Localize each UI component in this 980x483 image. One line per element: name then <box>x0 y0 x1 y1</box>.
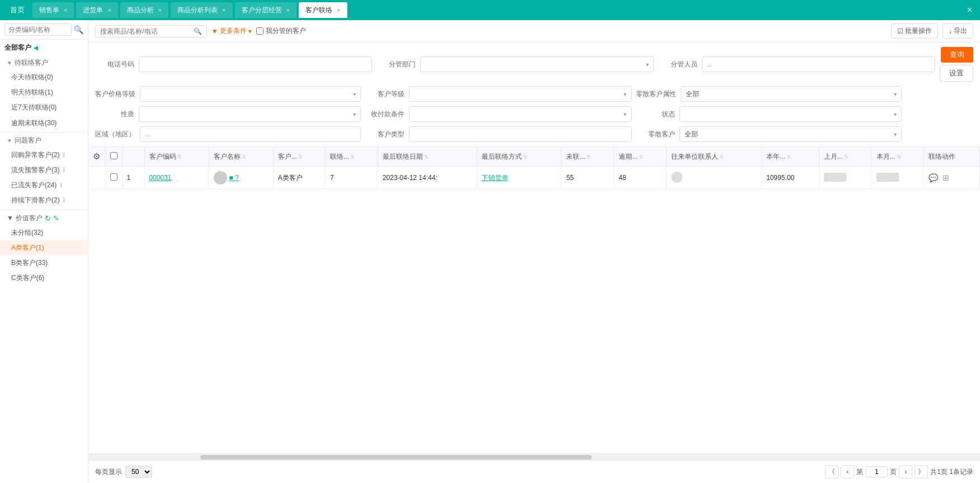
col-last-date-sort[interactable]: ⇅ <box>424 154 428 160</box>
sidebar-item-repurchase[interactable]: 回购异常客户(2) ℹ <box>0 148 88 163</box>
tab-customer-tier[interactable]: 客户分层经营 × <box>235 2 296 18</box>
settings-gear-icon[interactable]: ⚙ <box>93 151 100 161</box>
first-page-button[interactable]: 《 <box>825 465 838 479</box>
filter-select-customer-type[interactable] <box>409 126 631 142</box>
tab-sales[interactable]: 销售单 × <box>32 2 74 18</box>
filter-input-region[interactable]: ... <box>140 126 361 142</box>
sidebar-item-class-b[interactable]: B类客户(33) <box>0 255 88 271</box>
sidebar-item-unclassified[interactable]: 未分组(32) <box>0 225 88 240</box>
filter-select-payment[interactable]: ▾ <box>409 106 631 122</box>
value-refresh-icon[interactable]: ↻ <box>45 214 51 222</box>
sidebar-search-icon[interactable]: 🔍 <box>74 25 83 34</box>
my-customers-checkbox[interactable] <box>256 27 263 35</box>
tab-purchase-close[interactable]: × <box>107 7 111 13</box>
sidebar-item-tomorrow[interactable]: 明天待联络(1) <box>0 85 88 100</box>
filter-search-input[interactable] <box>100 27 191 35</box>
tab-customer-contact-close[interactable]: × <box>337 7 340 13</box>
filter-select-customer-level[interactable]: ▾ <box>409 86 631 102</box>
tab-customer-tier-close[interactable]: × <box>286 7 290 13</box>
page-number-input[interactable] <box>865 466 888 477</box>
sidebar-all-customers[interactable]: 全部客户 ◀ <box>0 40 88 56</box>
col-unit-contact-sort[interactable]: ⇅ <box>719 154 724 160</box>
col-last-method[interactable]: 最后联络方式⇅ <box>477 147 562 167</box>
tab-purchase[interactable]: 进货单 × <box>76 2 117 18</box>
batch-operation-button[interactable]: ☑ 批量操作 <box>891 23 938 39</box>
filter-input-phone[interactable] <box>139 56 372 72</box>
customer-code-link[interactable]: 000031 <box>149 174 172 182</box>
value-edit-icon[interactable]: ✎ <box>53 214 59 222</box>
filter-select-price-level[interactable]: ▾ <box>140 86 361 102</box>
last-method-link[interactable]: 下销货单 <box>482 174 508 182</box>
col-overdue-sort[interactable]: ⇅ <box>639 154 643 160</box>
col-name[interactable]: 客户名称⇅ <box>209 147 273 167</box>
sidebar-search-input[interactable] <box>4 23 72 36</box>
next-page-button[interactable]: › <box>899 465 912 479</box>
col-code-sort[interactable]: ⇅ <box>177 154 182 160</box>
query-button[interactable]: 查询 <box>941 47 973 63</box>
settings-button[interactable]: 设置 <box>940 65 973 82</box>
col-unit-contact[interactable]: 往来单位联系人⇅ <box>666 147 761 167</box>
col-name-sort[interactable]: ⇅ <box>242 154 246 160</box>
filter-select-retail-attr[interactable]: 全部 ▾ <box>681 86 902 102</box>
sidebar-pending-group[interactable]: ▼ 待联络客户 <box>0 56 88 70</box>
tab-product-list[interactable]: 商品分析列表 × <box>171 2 232 18</box>
filter-my-customers[interactable]: 我分管的客户 <box>256 26 306 36</box>
sidebar-item-declining[interactable]: 持续下滑客户(2) ℹ <box>0 193 88 208</box>
sidebar-problem-group[interactable]: ▼ 问题客户 <box>0 134 88 148</box>
export-button[interactable]: ↓ 导出 <box>943 23 973 39</box>
select-all-checkbox[interactable] <box>110 152 117 159</box>
chat-icon[interactable]: 💬 <box>929 173 938 182</box>
sidebar-item-lost[interactable]: 已流失客户(24) ℹ <box>0 178 88 193</box>
col-not-contacted[interactable]: 未联...⇅ <box>562 147 614 167</box>
horizontal-scrollbar[interactable] <box>88 453 980 460</box>
filter-search-box[interactable]: 🔍 <box>95 25 207 37</box>
col-this-year-sort[interactable]: ⇅ <box>786 154 791 160</box>
filter-select-dept[interactable]: ▾ <box>420 56 653 72</box>
col-last-method-sort[interactable]: ⇅ <box>523 154 527 160</box>
filter-search-icon[interactable]: 🔍 <box>194 27 202 35</box>
filter-select-status[interactable]: ▾ <box>680 106 902 122</box>
filter-input-person[interactable]: ... <box>702 56 935 72</box>
col-this-month[interactable]: 本月...⇅ <box>871 147 924 167</box>
sidebar-item-7days[interactable]: 近7天待联络(0) <box>0 100 88 115</box>
customer-name-link[interactable]: ■ ? <box>229 174 239 182</box>
td-code[interactable]: 000031 <box>144 167 209 190</box>
col-this-month-sort[interactable]: ⇅ <box>897 154 901 160</box>
col-code[interactable]: 客户编码⇅ <box>144 147 209 167</box>
col-last-month-sort[interactable]: ⇅ <box>844 154 849 160</box>
col-not-contacted-sort[interactable]: ⇅ <box>586 154 591 160</box>
sidebar-item-lostwarning[interactable]: 流失预警客户(3) ℹ <box>0 163 88 178</box>
col-type-sort[interactable]: ⇅ <box>298 154 303 160</box>
tab-product-analysis-close[interactable]: × <box>158 7 162 13</box>
td-name[interactable]: ■ ? <box>209 167 273 190</box>
col-type[interactable]: 客户...⇅ <box>273 147 326 167</box>
sidebar-item-class-a[interactable]: A类客户(1) <box>0 240 88 255</box>
filter-more-conditions[interactable]: ▼ 更多条件 ▾ <box>211 26 252 36</box>
col-contact-sort[interactable]: ⇅ <box>350 154 355 160</box>
sidebar-item-class-c[interactable]: C类客户(6) <box>0 271 88 286</box>
td-checkbox[interactable] <box>105 167 122 190</box>
filter-select-nature[interactable]: ▾ <box>139 106 361 122</box>
col-checkbox[interactable] <box>105 147 122 167</box>
col-last-month[interactable]: 上月...⇅ <box>819 147 871 167</box>
sidebar-item-overdue[interactable]: 逾期未联络(30) <box>0 116 88 131</box>
col-overdue[interactable]: 逾期...⇅ <box>614 147 667 167</box>
col-last-date[interactable]: 最后联络日期⇅ <box>378 147 477 167</box>
tab-product-analysis[interactable]: 商品分析 × <box>120 2 168 18</box>
sidebar-item-today[interactable]: 今天待联络(0) <box>0 70 88 85</box>
home-tab[interactable]: 首页 <box>4 5 30 15</box>
filter-select-retail-customer[interactable]: 全部 ▾ <box>680 126 902 142</box>
tab-sales-close[interactable]: × <box>64 7 67 13</box>
row-checkbox[interactable] <box>110 173 117 181</box>
col-this-year[interactable]: 本年...⇅ <box>762 147 819 167</box>
tab-customer-contact[interactable]: 客户联络 × <box>299 2 347 18</box>
per-page-select[interactable]: 50 <box>125 466 152 478</box>
col-contact[interactable]: 联络...⇅ <box>326 147 378 167</box>
col-settings[interactable]: ⚙ <box>88 147 105 167</box>
h-scroll-thumb[interactable] <box>200 455 592 460</box>
prev-page-button[interactable]: ‹ <box>841 465 854 479</box>
last-page-button[interactable]: 》 <box>915 465 928 479</box>
td-last-method[interactable]: 下销货单 <box>477 167 562 190</box>
close-all-button[interactable]: × <box>964 5 976 15</box>
tab-product-list-close[interactable]: × <box>222 7 225 13</box>
